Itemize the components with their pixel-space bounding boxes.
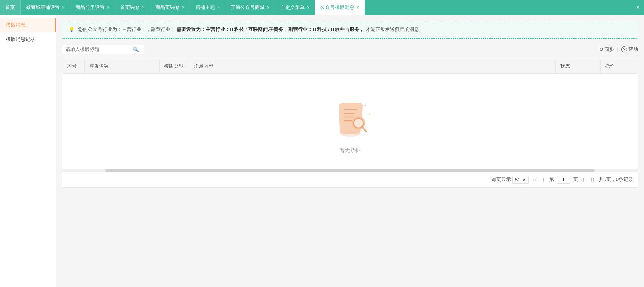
svg-line-8 (363, 127, 366, 132)
col-status: 状态 (556, 59, 601, 73)
col-content: 消息内容 (189, 59, 556, 73)
last-page-button[interactable]: ⟩⟩ (589, 176, 596, 183)
page-size-dropdown[interactable]: 50 ∨ (512, 176, 528, 184)
svg-text:✦: ✦ (364, 103, 367, 107)
help-icon: ? (621, 46, 627, 52)
prev-page-button[interactable]: ⟨ (541, 176, 546, 183)
divider: | (617, 46, 618, 52)
close-template-msg[interactable]: × (357, 5, 359, 10)
tab-open-mall[interactable]: 开通公众号商城 × (225, 0, 275, 15)
empty-illustration: ✦ ✦ ✦ (328, 96, 373, 141)
help-button[interactable]: ? 帮助 (621, 46, 638, 53)
sidebar-item-template-message[interactable]: 模版消息 (0, 18, 56, 32)
search-box: 🔍 (62, 45, 144, 54)
top-nav: 首页 微商城店铺设置 × 商品分类设置 × 首页装修 × 商品页装修 × 店铺主… (0, 0, 644, 15)
dropdown-icon: ∨ (522, 177, 526, 183)
col-type: 模版类型 (160, 59, 189, 73)
sync-button[interactable]: ↻ 同步 (599, 46, 614, 53)
svg-text:✦: ✦ (335, 115, 338, 117)
scroll-thumb (105, 169, 595, 172)
search-input[interactable] (65, 46, 133, 52)
close-product-decor[interactable]: × (182, 5, 185, 10)
close-all-button[interactable]: × (632, 4, 644, 11)
empty-text: 暂无数据 (340, 147, 361, 154)
notice-icon: 💡 (68, 27, 74, 32)
svg-text:✦: ✦ (368, 112, 371, 116)
close-custom-menu[interactable]: × (307, 5, 309, 10)
first-page-button[interactable]: ⟨⟨ (531, 176, 538, 183)
tab-product-decor[interactable]: 商品页装修 × (150, 0, 190, 15)
tab-template-msg[interactable]: 公众号模版消息 × (315, 0, 365, 15)
content-area: 💡 您的公众号行业为：主营行业：，副营行业： 需要设置为：主营行业：IT科技 /… (56, 15, 644, 287)
tab-shop-theme[interactable]: 店铺主题 × (190, 0, 225, 15)
col-index: 序号 (62, 59, 85, 73)
toolbar-right: ↻ 同步 | ? 帮助 (599, 46, 638, 53)
sidebar-item-template-message-log[interactable]: 模版消息记录 (0, 32, 56, 46)
toolbar: 🔍 ↻ 同步 | ? 帮助 (62, 45, 638, 54)
col-action: 操作 (601, 59, 638, 73)
sidebar: 模版消息 模版消息记录 (0, 15, 56, 287)
tab-wechat-shop[interactable]: 微商城店铺设置 × (21, 0, 70, 15)
pagination: 每页显示 50 ∨ ⟨⟨ ⟨ 第 页 ⟩ ⟩⟩ 共0页，0条记录 (62, 172, 638, 188)
page-number-input[interactable] (557, 176, 570, 184)
tab-custom-menu[interactable]: 自定义菜单 × (275, 0, 315, 15)
sync-icon: ↻ (599, 46, 603, 52)
data-table: 序号 模版名称 模版类型 消息内容 状态 操作 (62, 59, 638, 169)
col-name: 模版名称 (85, 59, 160, 73)
empty-state: ✦ ✦ ✦ 暂无数据 (62, 74, 638, 169)
close-category[interactable]: × (107, 5, 110, 10)
tab-category[interactable]: 商品分类设置 × (70, 0, 115, 15)
main-layout: 模版消息 模版消息记录 💡 您的公众号行业为：主营行业：，副营行业： 需要设置为… (0, 15, 644, 287)
tab-home[interactable]: 首页 (0, 0, 21, 15)
total-info: 共0页，0条记录 (599, 176, 633, 183)
search-icon[interactable]: 🔍 (133, 46, 139, 52)
next-page-button[interactable]: ⟩ (581, 176, 586, 183)
tab-homepage-decor[interactable]: 首页装修 × (115, 0, 150, 15)
close-homepage-decor[interactable]: × (142, 5, 145, 10)
close-wechat-shop[interactable]: × (62, 5, 65, 10)
close-open-mall[interactable]: × (267, 5, 269, 10)
notice-box: 💡 您的公众号行业为：主营行业：，副营行业： 需要设置为：主营行业：IT科技 /… (62, 21, 638, 39)
close-shop-theme[interactable]: × (217, 5, 220, 10)
scroll-track[interactable] (62, 169, 638, 172)
page-size-selector: 每页显示 50 ∨ (492, 176, 528, 184)
